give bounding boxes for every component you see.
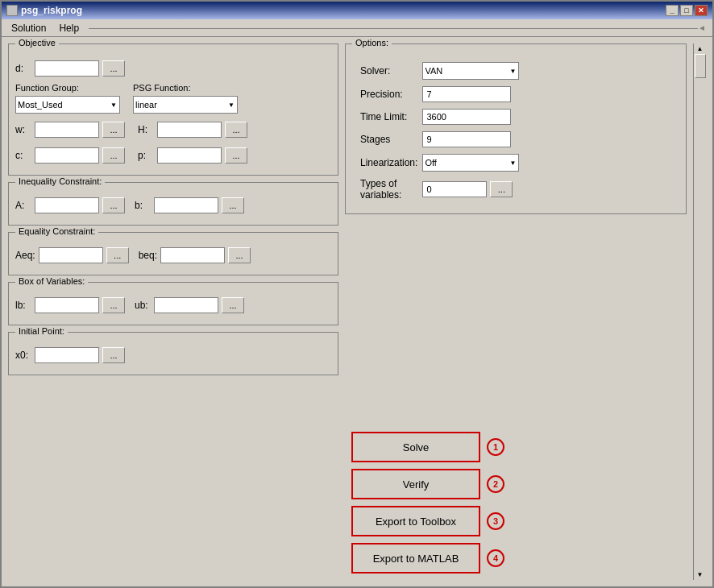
maximize-button[interactable]: □ bbox=[680, 5, 693, 16]
beq-input[interactable] bbox=[160, 247, 225, 263]
export-toolbox-number: 3 bbox=[487, 512, 504, 530]
precision-input[interactable] bbox=[422, 86, 511, 102]
scrollbar[interactable]: ▲ ▼ bbox=[693, 43, 706, 580]
time-limit-row: Time Limit: bbox=[360, 109, 519, 125]
spacer bbox=[345, 221, 687, 419]
d-input[interactable] bbox=[35, 60, 99, 77]
objective-title: Objective bbox=[15, 38, 59, 48]
a-label: A: bbox=[15, 200, 31, 211]
function-group-select[interactable]: Most_Used All bbox=[15, 96, 120, 114]
export-matlab-number: 4 bbox=[487, 549, 504, 567]
h-label: H: bbox=[138, 124, 154, 135]
stages-label: Stages bbox=[360, 134, 390, 145]
types-input[interactable] bbox=[422, 181, 487, 197]
box-of-variables-group: Box of Variables: lb: ... ub: ... bbox=[8, 282, 338, 325]
inequality-constraint-group: Inequality Constraint: A: ... b: ... bbox=[8, 182, 338, 226]
stages-input[interactable] bbox=[422, 131, 511, 147]
menu-pin: ◄ bbox=[698, 23, 706, 32]
h-browse-button[interactable]: ... bbox=[225, 122, 247, 138]
scroll-down-button[interactable]: ▼ bbox=[697, 571, 704, 578]
equality-title: Equality Constraint: bbox=[15, 226, 98, 236]
b-browse-button[interactable]: ... bbox=[222, 197, 244, 213]
b-label: b: bbox=[135, 200, 151, 211]
linearization-label: Linearization: bbox=[360, 157, 417, 168]
p-input[interactable] bbox=[157, 147, 222, 164]
verify-row: Verify 2 bbox=[351, 469, 680, 499]
box-title: Box of Variables: bbox=[15, 276, 88, 286]
h-input[interactable] bbox=[157, 122, 222, 138]
linearization-row: Linearization: Off On bbox=[360, 154, 519, 172]
title-bar: psg_riskprog _ □ ✕ bbox=[2, 2, 712, 19]
c-input[interactable] bbox=[35, 147, 99, 164]
function-group-label: Function Group: bbox=[15, 83, 120, 93]
beq-label: beq: bbox=[139, 250, 157, 261]
scroll-thumb[interactable] bbox=[695, 54, 706, 78]
ub-label: ub: bbox=[135, 300, 151, 311]
left-panel: Objective d: ... Function Group: Most_Us… bbox=[8, 43, 338, 580]
stages-row: Stages bbox=[360, 131, 519, 147]
solve-row: Solve 1 bbox=[351, 432, 680, 462]
menu-bar: Solution Help ◄ bbox=[2, 19, 712, 37]
x0-input[interactable] bbox=[35, 347, 99, 363]
export-toolbox-button[interactable]: Export to Toolbox bbox=[351, 506, 480, 536]
scroll-up-button[interactable]: ▲ bbox=[697, 45, 704, 52]
psg-function-select[interactable]: linear cvar bbox=[133, 96, 238, 114]
solver-label: Solver: bbox=[360, 65, 390, 77]
beq-browse-button[interactable]: ... bbox=[228, 247, 251, 263]
main-content: Objective d: ... Function Group: Most_Us… bbox=[2, 37, 712, 586]
w-browse-button[interactable]: ... bbox=[102, 122, 125, 138]
time-limit-input[interactable] bbox=[422, 109, 511, 125]
linearization-select[interactable]: Off On bbox=[422, 154, 519, 172]
x0-label: x0: bbox=[15, 350, 31, 361]
aeq-browse-button[interactable]: ... bbox=[106, 247, 129, 263]
d-label: d: bbox=[15, 63, 31, 74]
initial-point-title: Initial Point: bbox=[15, 326, 68, 336]
verify-button[interactable]: Verify bbox=[351, 469, 480, 499]
a-input[interactable] bbox=[35, 197, 99, 213]
w-input[interactable] bbox=[35, 122, 99, 138]
app-icon bbox=[6, 5, 18, 16]
ub-input[interactable] bbox=[154, 297, 218, 313]
lb-input[interactable] bbox=[35, 297, 99, 313]
initial-point-group: Initial Point: x0: ... bbox=[8, 332, 338, 375]
main-window: psg_riskprog _ □ ✕ Solution Help ◄ Objec… bbox=[0, 0, 714, 588]
types-label: Types of variables: bbox=[360, 178, 401, 201]
solve-button[interactable]: Solve bbox=[351, 432, 480, 462]
p-label: p: bbox=[138, 150, 154, 161]
a-browse-button[interactable]: ... bbox=[102, 197, 125, 213]
solve-number: 1 bbox=[487, 438, 504, 456]
right-panel: Options: Solver: VAN CVAR bbox=[345, 43, 687, 580]
verify-number: 2 bbox=[487, 475, 504, 493]
precision-label: Precision: bbox=[360, 89, 403, 100]
lb-browse-button[interactable]: ... bbox=[102, 297, 125, 313]
options-group: Options: Solver: VAN CVAR bbox=[345, 43, 687, 214]
objective-group: Objective d: ... Function Group: Most_Us… bbox=[8, 43, 338, 176]
d-browse-button[interactable]: ... bbox=[102, 60, 125, 77]
time-limit-label: Time Limit: bbox=[360, 111, 407, 122]
psg-function-label: PSG Function: bbox=[133, 83, 238, 93]
export-toolbox-row: Export to Toolbox 3 bbox=[351, 506, 680, 536]
export-matlab-row: Export to MATLAB 4 bbox=[351, 543, 680, 574]
export-matlab-button[interactable]: Export to MATLAB bbox=[351, 543, 480, 574]
minimize-button[interactable]: _ bbox=[666, 5, 679, 16]
types-browse-button[interactable]: ... bbox=[490, 181, 513, 197]
b-input[interactable] bbox=[154, 197, 218, 213]
c-browse-button[interactable]: ... bbox=[102, 147, 125, 164]
menu-solution[interactable]: Solution bbox=[5, 21, 52, 35]
close-button[interactable]: ✕ bbox=[695, 5, 708, 16]
solver-row: Solver: VAN CVAR bbox=[360, 62, 519, 80]
menu-help[interactable]: Help bbox=[52, 21, 85, 35]
window-controls: _ □ ✕ bbox=[666, 5, 708, 16]
x0-browse-button[interactable]: ... bbox=[102, 347, 125, 363]
precision-row: Precision: bbox=[360, 86, 519, 102]
aeq-label: Aeq: bbox=[15, 250, 35, 261]
lb-label: lb: bbox=[15, 300, 31, 311]
aeq-input[interactable] bbox=[39, 247, 103, 263]
w-label: w: bbox=[15, 124, 31, 135]
window-title: psg_riskprog bbox=[21, 5, 82, 16]
ub-browse-button[interactable]: ... bbox=[222, 297, 244, 313]
solver-select[interactable]: VAN CVAR bbox=[422, 62, 519, 80]
action-buttons-section: Solve 1 Verify 2 Export to Toolbox 3 Exp… bbox=[345, 425, 687, 580]
options-title: Options: bbox=[352, 38, 392, 48]
p-browse-button[interactable]: ... bbox=[225, 147, 247, 164]
